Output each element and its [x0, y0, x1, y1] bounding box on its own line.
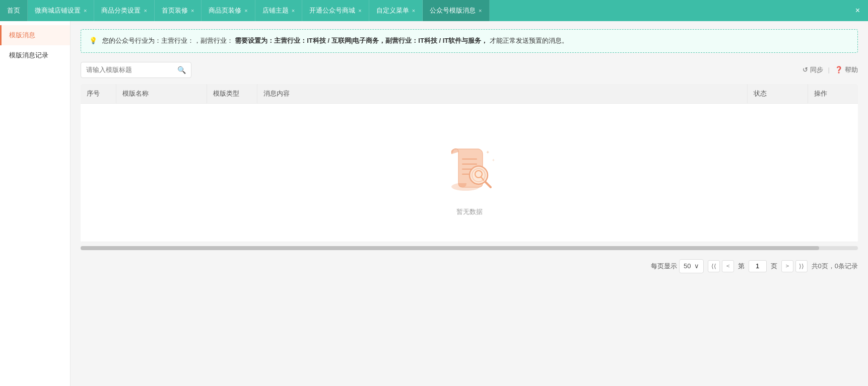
- sync-button[interactable]: ↺ 同步: [803, 65, 823, 74]
- close-category-setting[interactable]: ×: [144, 8, 147, 14]
- help-button[interactable]: ❓ 帮助: [835, 65, 858, 74]
- toolbar-right: ↺ 同步 | ❓ 帮助: [803, 65, 858, 74]
- nav-tab-custom-menu-label: 自定义菜单: [376, 6, 409, 15]
- close-open-mall[interactable]: ×: [358, 8, 361, 14]
- nav-tab-shop-theme[interactable]: 店铺主题 ×: [255, 0, 302, 21]
- nav-tab-category-setting-label: 商品分类设置: [101, 6, 141, 15]
- nav-tab-shop-setting[interactable]: 微商城店铺设置 ×: [28, 0, 94, 21]
- page-size-label: 每页显示: [651, 262, 677, 271]
- table-header-row: 序号 模版名称 模版类型 消息内容 状态 操作: [81, 84, 858, 104]
- banner-text-prefix: 您的公众号行业为：主营行业：，副营行业：: [102, 37, 233, 44]
- svg-text:✦: ✦: [486, 149, 490, 155]
- global-close-button[interactable]: ×: [847, 6, 868, 15]
- nav-tab-product-decor-label: 商品页装修: [209, 6, 241, 15]
- close-product-decor[interactable]: ×: [244, 8, 247, 14]
- banner-text-highlight: 需要设置为：主营行业：IT科技 / 互联网|电子商务，副营行业：IT科技 / I…: [235, 37, 488, 44]
- sidebar-item-template-msg-log-label: 模版消息记录: [9, 51, 48, 59]
- banner-text-suffix: 才能正常发送预置的消息。: [490, 37, 568, 44]
- page-number-input[interactable]: [749, 260, 767, 272]
- nav-tab-open-mall[interactable]: 开通公众号商城 ×: [302, 0, 369, 21]
- prev-page-button[interactable]: ＜: [722, 260, 734, 272]
- chevron-down-icon: ∨: [694, 262, 699, 270]
- main-layout: 模版消息 模版消息记录 💡 您的公众号行业为：主营行业：，副营行业： 需要设置为…: [0, 21, 868, 386]
- search-input[interactable]: [86, 66, 177, 73]
- horizontal-scrollbar[interactable]: [81, 246, 858, 250]
- col-content: 消息内容: [257, 84, 747, 104]
- page-size-dropdown[interactable]: 50 ∨: [679, 259, 703, 273]
- pagination-row: 每页显示 50 ∨ ⟨⟨ ＜ 第 页 ＞ ⟩⟩ 共0页，0条记录: [81, 254, 858, 273]
- col-type: 模版类型: [207, 84, 257, 104]
- help-icon: ❓: [835, 66, 843, 73]
- nav-tab-open-mall-label: 开通公众号商城: [309, 6, 355, 15]
- data-table: 序号 模版名称 模版类型 消息内容 状态 操作: [81, 84, 858, 242]
- info-banner: 💡 您的公众号行业为：主营行业：，副营行业： 需要设置为：主营行业：IT科技 /…: [81, 29, 858, 53]
- nav-tab-home[interactable]: 首页: [0, 0, 28, 21]
- search-input-wrap[interactable]: 🔍: [81, 62, 191, 78]
- empty-cell: ✦ ✦ 暂无数据: [81, 103, 858, 242]
- empty-row: ✦ ✦ 暂无数据: [81, 103, 858, 242]
- top-nav: 首页 微商城店铺设置 × 商品分类设置 × 首页装修 × 商品页装修 × 店铺主…: [0, 0, 868, 21]
- nav-tab-template-msg-label: 公众号模版消息: [430, 6, 476, 15]
- sidebar-item-template-msg[interactable]: 模版消息: [0, 25, 70, 45]
- lightbulb-icon: 💡: [89, 37, 97, 44]
- total-text: 共0页，0条记录: [812, 262, 858, 271]
- first-page-button[interactable]: ⟨⟨: [708, 260, 720, 272]
- page-size-value: 50: [684, 262, 691, 270]
- scrollbar-thumb: [81, 246, 819, 250]
- last-page-button[interactable]: ⟩⟩: [795, 260, 808, 272]
- empty-icon: ✦ ✦: [439, 139, 500, 199]
- sidebar: 模版消息 模版消息记录: [0, 21, 71, 386]
- sidebar-item-template-msg-label: 模版消息: [9, 31, 35, 39]
- page-unit: 页: [771, 262, 777, 271]
- col-status: 状态: [747, 84, 808, 104]
- page-size-select: 每页显示 50 ∨: [651, 259, 703, 273]
- close-shop-setting[interactable]: ×: [84, 8, 87, 14]
- nav-tab-home-decor[interactable]: 首页装修 ×: [155, 0, 202, 21]
- nav-tab-template-msg[interactable]: 公众号模版消息 ×: [423, 0, 489, 21]
- nav-tab-shop-setting-label: 微商城店铺设置: [35, 6, 81, 15]
- nav-tab-product-decor[interactable]: 商品页装修 ×: [202, 0, 255, 21]
- col-name: 模版名称: [116, 84, 207, 104]
- close-shop-theme[interactable]: ×: [292, 8, 295, 14]
- toolbar-divider: |: [828, 66, 830, 73]
- empty-text: 暂无数据: [456, 207, 483, 216]
- sync-icon: ↺: [803, 66, 808, 73]
- search-row: 🔍 ↺ 同步 | ❓ 帮助: [81, 62, 858, 78]
- col-seq: 序号: [81, 84, 116, 104]
- empty-state: ✦ ✦ 暂无数据: [87, 109, 852, 237]
- close-template-msg[interactable]: ×: [479, 8, 482, 14]
- help-label: 帮助: [845, 65, 858, 74]
- nav-tab-custom-menu[interactable]: 自定义菜单 ×: [369, 0, 423, 21]
- nav-tab-home-decor-label: 首页装修: [162, 6, 188, 15]
- close-custom-menu[interactable]: ×: [412, 8, 415, 14]
- nav-tab-category-setting[interactable]: 商品分类设置 ×: [94, 0, 154, 21]
- next-page-button[interactable]: ＞: [781, 260, 793, 272]
- svg-text:✦: ✦: [492, 158, 495, 163]
- search-icon[interactable]: 🔍: [177, 66, 186, 74]
- sidebar-item-template-msg-log[interactable]: 模版消息记录: [0, 45, 70, 65]
- table-header: 序号 模版名称 模版类型 消息内容 状态 操作: [81, 84, 858, 104]
- close-home-decor[interactable]: ×: [191, 8, 194, 14]
- table-body: ✦ ✦ 暂无数据: [81, 103, 858, 242]
- sync-label: 同步: [810, 65, 823, 74]
- nav-tab-shop-theme-label: 店铺主题: [262, 6, 289, 15]
- col-action: 操作: [808, 84, 858, 104]
- nav-tab-home-label: 首页: [7, 6, 20, 15]
- page-nav: ⟨⟨ ＜ 第 页 ＞ ⟩⟩: [708, 260, 808, 272]
- page-prefix: 第: [738, 262, 745, 271]
- content-area: 💡 您的公众号行业为：主营行业：，副营行业： 需要设置为：主营行业：IT科技 /…: [71, 21, 868, 386]
